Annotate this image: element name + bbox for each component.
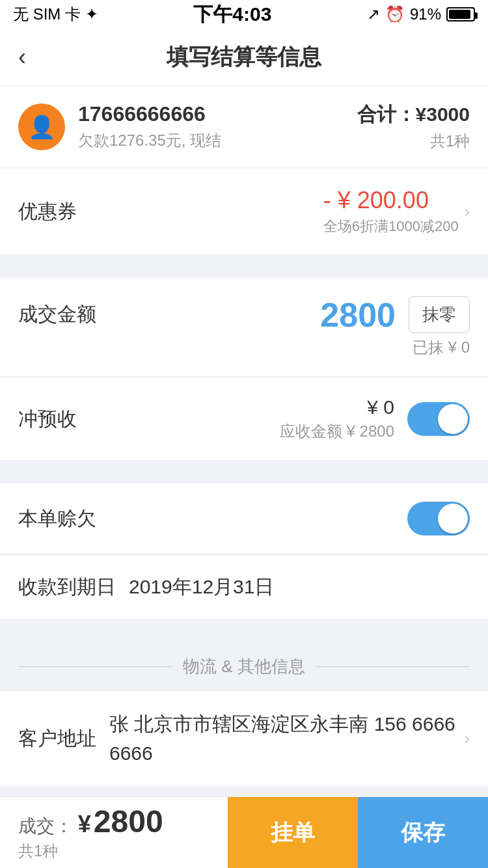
address-label: 客户地址	[18, 726, 96, 752]
content-area: 👤 17666666666 欠款1276.35元, 现结 合计：¥3000 共1…	[0, 86, 488, 868]
address-content: 张 北京市市辖区海淀区永丰南 156 6666 6666	[109, 709, 464, 768]
total-amount: 合计：¥3000	[357, 102, 470, 128]
due-date-value: 2019年12月31日	[129, 574, 274, 601]
avatar: 👤	[18, 103, 65, 150]
battery-icon	[446, 7, 475, 21]
total-value: ¥3000	[416, 103, 470, 125]
prepay-sub: 应收金额 ¥ 2800	[280, 421, 394, 442]
bottom-deal-label: 成交：	[18, 816, 73, 836]
status-right: ↗ ⏰ 91%	[367, 5, 475, 23]
status-time: 下午4:03	[193, 1, 271, 28]
status-bar: 无 SIM 卡 ✦ 下午4:03 ↗ ⏰ 91%	[0, 0, 488, 29]
deal-row: 成交金额 2800 抹零	[18, 296, 470, 333]
sim-status: 无 SIM 卡 ✦	[13, 4, 98, 25]
gray-divider-1	[0, 265, 488, 278]
user-left: 👤 17666666666 欠款1276.35元, 现结	[18, 102, 221, 151]
coupon-label: 优惠券	[18, 198, 77, 225]
debit-label: 本单赊欠	[18, 506, 96, 532]
coupon-right: - ¥ 200.00 全场6折满1000减200 ›	[323, 187, 470, 236]
prepay-label: 冲预收	[18, 406, 77, 433]
prepay-amount: ¥ 0	[280, 396, 394, 418]
battery-percent: 91%	[410, 5, 441, 23]
user-debt: 欠款1276.35元, 现结	[78, 130, 221, 151]
coupon-row[interactable]: 优惠券 - ¥ 200.00 全场6折满1000减200 ›	[0, 169, 488, 254]
bottom-bar: 成交： ¥2800 共1种 挂单 保存	[0, 796, 488, 868]
status-left: 无 SIM 卡 ✦	[13, 4, 98, 25]
gray-divider-3	[0, 619, 488, 632]
back-button[interactable]: ‹	[18, 44, 26, 71]
user-phone: 17666666666	[78, 102, 221, 126]
due-date-section: 收款到期日 2019年12月31日	[0, 555, 488, 619]
bottom-deal-row: 成交： ¥2800	[18, 804, 210, 839]
debit-toggle-knob	[438, 504, 468, 534]
debit-section: 本单赊欠	[0, 483, 488, 554]
battery-fill	[449, 10, 470, 19]
logistics-label: 物流 & 其他信息	[183, 655, 305, 678]
deal-amount-label: 成交金额	[18, 301, 96, 328]
prepay-row: 冲预收 ¥ 0 应收金额 ¥ 2800	[18, 396, 470, 442]
total-count: 共1种	[357, 131, 470, 152]
address-chevron-icon: ›	[464, 728, 470, 749]
debit-toggle[interactable]	[407, 502, 470, 536]
bottom-summary: 成交： ¥2800 共1种	[0, 804, 228, 861]
round-zero-button[interactable]: 抹零	[409, 296, 470, 333]
coupon-info: - ¥ 200.00 全场6折满1000减200	[323, 187, 459, 236]
prepay-toggle[interactable]	[407, 402, 470, 436]
toggle-knob	[438, 404, 468, 434]
divider-line-left	[18, 666, 172, 667]
due-date-label: 收款到期日	[18, 574, 116, 601]
deal-value-area: 2800 抹零	[320, 296, 470, 333]
save-button[interactable]: 保存	[358, 797, 488, 869]
prepay-right: ¥ 0 应收金额 ¥ 2800	[280, 396, 470, 442]
bottom-currency: ¥	[78, 811, 91, 837]
hang-order-button[interactable]: 挂单	[228, 797, 358, 869]
gray-divider-2	[0, 460, 488, 473]
user-card: 👤 17666666666 欠款1276.35元, 现结 合计：¥3000 共1…	[0, 86, 488, 167]
total-label: 合计：	[357, 103, 416, 125]
logistics-divider: 物流 & 其他信息	[0, 642, 488, 691]
page-title: 填写结算等信息	[167, 42, 321, 72]
deal-amount-value: 2800	[320, 298, 396, 332]
coupon-amount: - ¥ 200.00	[323, 187, 459, 214]
bottom-amount: 2800	[94, 804, 163, 839]
coupon-desc: 全场6折满1000减200	[323, 217, 459, 236]
deal-section: 成交金额 2800 抹零 已抹 ¥ 0	[0, 278, 488, 376]
alarm-icon: ⏰	[385, 5, 405, 23]
divider-line-right	[316, 666, 470, 667]
user-total: 合计：¥3000 共1种	[357, 102, 470, 152]
nav-bar: ‹ 填写结算等信息	[0, 29, 488, 86]
coupon-chevron-icon: ›	[464, 201, 470, 222]
avatar-icon: 👤	[28, 114, 55, 140]
prepay-section: 冲预收 ¥ 0 应收金额 ¥ 2800	[0, 377, 488, 460]
user-info: 17666666666 欠款1276.35元, 现结	[78, 102, 221, 151]
address-section[interactable]: 客户地址 张 北京市市辖区海淀区永丰南 156 6666 6666 ›	[0, 691, 488, 786]
bottom-count: 共1种	[18, 841, 210, 861]
prepay-value-block: ¥ 0 应收金额 ¥ 2800	[280, 396, 394, 442]
location-icon: ↗	[367, 5, 380, 23]
deal-sub: 已抹 ¥ 0	[18, 337, 470, 358]
